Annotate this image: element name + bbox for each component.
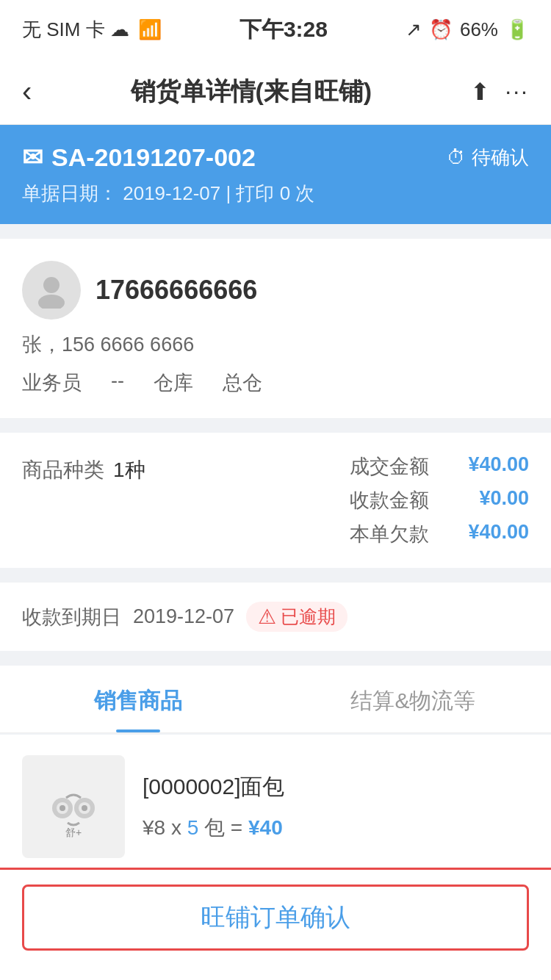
customer-card: 17666666666 张，156 6666 6666 业务员 -- 仓库 总仓 [0, 239, 551, 418]
product-logo: 舒+ [22, 755, 125, 858]
product-total: ¥40 [248, 816, 283, 839]
wifi-icon: 📶 [138, 18, 162, 41]
product-qty: 5 [187, 816, 199, 839]
product-type-value: 1种 [113, 456, 145, 484]
status-bar: 无 SIM 卡 ☁ 📶 下午3:28 ↗ ⏰ 66% 🔋 [0, 0, 551, 59]
product-info: [0000002]面包 ¥8 x 5 包 = ¥40 [143, 772, 529, 842]
order-envelope-icon: ✉ [22, 143, 43, 172]
page-title: 销货单详情(来自旺铺) [131, 75, 372, 109]
tab-settlement[interactable]: 结算&物流等 [276, 666, 551, 732]
equals: = [231, 816, 248, 839]
order-header-top: ✉ SA-20191207-002 ⏱ 待确认 [22, 143, 529, 172]
nav-left: ‹ [22, 75, 32, 108]
price-separator: x [171, 816, 187, 839]
product-type-label: 商品种类 [22, 456, 104, 484]
product-name: [0000002]面包 [143, 772, 529, 802]
amount-row: 成交金额 ¥40.00 [350, 453, 529, 480]
received-label: 收款金额 [350, 487, 429, 514]
due-value: ¥40.00 [441, 521, 529, 547]
order-date: 单据日期： 2019-12-07 | 打印 0 次 [22, 181, 529, 206]
customer-top: 17666666666 [22, 261, 529, 320]
due-date-value: 2019-12-07 [133, 605, 234, 628]
tabs-container: 销售商品 结算&物流等 [0, 666, 551, 733]
status-right: ↗ ⏰ 66% 🔋 [406, 18, 529, 41]
warehouse-label: 仓库 [154, 370, 193, 396]
salesperson-label: 业务员 [22, 370, 82, 396]
order-header: ✉ SA-20191207-002 ⏱ 待确认 单据日期： 2019-12-07… [0, 125, 551, 224]
amount-label: 成交金额 [350, 453, 429, 480]
product-image: 舒+ [22, 755, 125, 858]
product-unit: 包 [204, 816, 225, 839]
svg-point-1 [38, 295, 65, 309]
received-value: ¥0.00 [441, 487, 529, 514]
summary-left: 商品种类 1种 [22, 453, 145, 484]
location-icon: ↗ [406, 18, 422, 41]
confirm-order-button[interactable]: 旺铺订单确认 [22, 884, 529, 951]
back-button[interactable]: ‹ [22, 75, 32, 108]
due-date-label: 收款到期日 [22, 604, 121, 630]
svg-point-0 [43, 277, 60, 293]
overdue-label: 已逾期 [281, 605, 336, 629]
avatar [22, 261, 81, 320]
no-sim-text: 无 SIM 卡 ☁ [22, 17, 129, 43]
share-icon[interactable]: ⬆ [470, 78, 490, 106]
overdue-badge: ⚠ 已逾期 [246, 602, 347, 632]
nav-bar: ‹ 销货单详情(来自旺铺) ⬆ ··· [0, 59, 551, 125]
due-row: 本单欠款 ¥40.00 [350, 521, 529, 547]
salesperson-value: -- [111, 370, 124, 396]
tab-sales[interactable]: 销售商品 [0, 666, 276, 732]
due-label: 本单欠款 [350, 521, 429, 547]
order-id: ✉ SA-20191207-002 [22, 143, 256, 172]
battery-icon: 🔋 [505, 18, 529, 41]
summary-right: 成交金额 ¥40.00 收款金额 ¥0.00 本单欠款 ¥40.00 [350, 453, 529, 547]
confirm-btn-container: 旺铺订单确认 [0, 868, 551, 980]
clock-icon: ⏱ [447, 146, 466, 169]
alarm-icon: ⏰ [429, 18, 453, 41]
due-date-card: 收款到期日 2019-12-07 ⚠ 已逾期 [0, 583, 551, 651]
product-card: 舒+ [0000002]面包 ¥8 x 5 包 = ¥40 [0, 735, 551, 879]
unit-price: ¥8 [143, 816, 165, 839]
svg-point-7 [60, 805, 65, 811]
warehouse-value: 总仓 [223, 370, 262, 396]
customer-meta: 业务员 -- 仓库 总仓 [22, 370, 529, 396]
svg-text:舒+: 舒+ [65, 826, 82, 838]
status-left: 无 SIM 卡 ☁ 📶 [22, 17, 162, 43]
product-price: ¥8 x 5 包 = ¥40 [143, 814, 529, 842]
svg-point-8 [82, 805, 87, 811]
warning-icon: ⚠ [258, 605, 276, 629]
order-status: ⏱ 待确认 [447, 145, 529, 170]
battery-level: 66% [460, 18, 498, 41]
customer-name: 张，156 6666 6666 [22, 331, 529, 358]
summary-card: 商品种类 1种 成交金额 ¥40.00 收款金额 ¥0.00 本单欠款 ¥40.… [0, 433, 551, 568]
status-time: 下午3:28 [240, 15, 328, 45]
customer-phone: 17666666666 [96, 275, 257, 306]
nav-right: ⬆ ··· [470, 78, 529, 106]
received-row: 收款金额 ¥0.00 [350, 487, 529, 514]
amount-value: ¥40.00 [441, 453, 529, 480]
more-icon[interactable]: ··· [505, 78, 529, 105]
